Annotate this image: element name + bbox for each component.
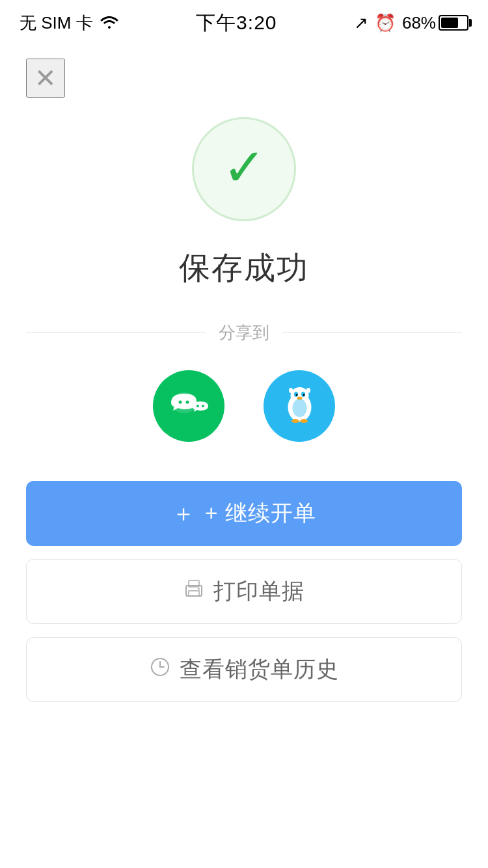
continue-button[interactable]: ＋ + 继续开单 [26, 481, 462, 546]
svg-point-13 [291, 419, 299, 423]
continue-label: + 继续开单 [205, 498, 316, 528]
print-button[interactable]: 打印单据 [26, 559, 462, 624]
share-wechat-button[interactable] [153, 370, 224, 442]
success-title: 保存成功 [179, 247, 309, 289]
success-circle: ✓ [192, 117, 296, 221]
wechat-icon [168, 388, 210, 424]
history-button[interactable]: 查看销货单历史 [26, 637, 462, 702]
close-button[interactable]: ✕ [26, 59, 65, 98]
share-icons [153, 370, 335, 442]
share-divider: 分享到 [26, 321, 462, 344]
wifi-icon [100, 13, 119, 33]
svg-point-9 [295, 394, 297, 396]
print-label: 打印单据 [213, 576, 305, 606]
divider-right [282, 332, 462, 333]
svg-point-4 [202, 405, 204, 407]
svg-point-1 [178, 400, 182, 403]
battery-icon [439, 15, 468, 31]
battery-fill [441, 18, 458, 28]
checkmark-icon: ✓ [223, 142, 266, 194]
qq-icon [282, 387, 318, 426]
carrier-text: 无 SIM 卡 [20, 12, 93, 34]
status-left: 无 SIM 卡 [20, 12, 119, 34]
main-content: ✕ ✓ 保存成功 分享到 [0, 46, 488, 702]
status-bar: 无 SIM 卡 下午3:20 ↗ ⏰ 68% [0, 0, 488, 46]
close-icon: ✕ [34, 65, 57, 91]
history-label: 查看销货单历史 [180, 655, 339, 685]
svg-point-10 [303, 394, 305, 396]
svg-rect-20 [198, 588, 200, 590]
alarm-icon: ⏰ [375, 13, 396, 33]
divider-left [26, 332, 206, 333]
history-icon [150, 657, 170, 683]
svg-point-2 [185, 400, 189, 403]
location-icon: ↗ [354, 13, 368, 33]
svg-rect-18 [189, 591, 199, 596]
status-right: ↗ ⏰ 68% [354, 13, 468, 33]
svg-point-12 [292, 399, 306, 417]
printer-icon [183, 579, 204, 604]
battery-container: 68% [402, 13, 468, 33]
svg-point-15 [289, 388, 293, 393]
svg-point-3 [197, 405, 199, 407]
plus-icon: ＋ [172, 498, 196, 530]
action-buttons: ＋ + 继续开单 打印单据 查看销货单历史 [26, 481, 462, 702]
svg-point-16 [306, 388, 310, 393]
svg-point-14 [300, 419, 308, 423]
share-label: 分享到 [206, 321, 282, 344]
battery-text: 68% [402, 13, 436, 33]
share-qq-button[interactable] [264, 370, 335, 442]
status-time: 下午3:20 [196, 10, 277, 36]
